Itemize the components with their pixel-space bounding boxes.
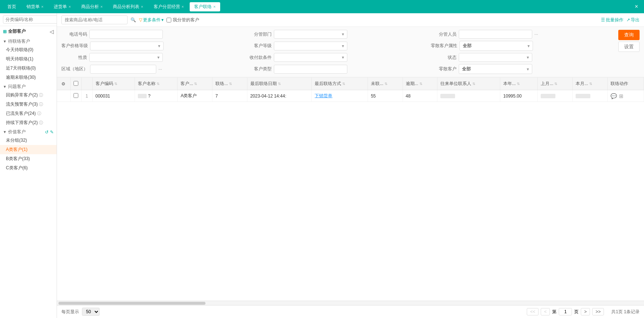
payment-label: 收付款条件: [246, 54, 272, 61]
nav-home[interactable]: 首页: [3, 2, 21, 11]
customer-grade-select[interactable]: ▾: [274, 42, 347, 50]
table-this-month-header[interactable]: 本月... ⇅: [573, 78, 608, 90]
filter-field-customer-grade: 客户等级 ▾: [246, 42, 427, 50]
retail-attr-select[interactable]: 全部 ▾: [459, 41, 533, 51]
row-grade: A类客户: [178, 90, 212, 102]
region-input[interactable]: [90, 65, 156, 74]
edit-icon[interactable]: ✎: [50, 130, 54, 135]
nature-select[interactable]: ▾: [89, 53, 163, 62]
sidebar-search-input[interactable]: [3, 15, 57, 24]
close-purchase-order-icon[interactable]: ×: [68, 4, 71, 9]
horizontal-scrollbar[interactable]: [57, 301, 644, 305]
table-last-month-header[interactable]: 上月... ⇅: [538, 78, 573, 90]
table-year-amt-header[interactable]: 本年... ⇅: [500, 78, 538, 90]
my-customers-checkbox[interactable]: [167, 18, 171, 22]
table-contact-header[interactable]: 联络... ⇅: [212, 78, 247, 90]
sidebar-item-class-c[interactable]: C类客户(6): [0, 163, 57, 173]
sidebar-item-churned[interactable]: 已流失客户(24) ⓘ: [0, 109, 57, 118]
batch-operations-button[interactable]: ☰ 批量操作: [601, 17, 623, 23]
sidebar-item-declining[interactable]: 持续下滑客户(2) ⓘ: [0, 118, 57, 127]
table-name-header[interactable]: 客户名称 ⇅: [135, 78, 178, 90]
sidebar-group-pending[interactable]: ▼ 待联络客户: [0, 37, 57, 45]
price-grade-select[interactable]: ▾: [90, 42, 164, 50]
action-chat-icon[interactable]: 💬: [611, 93, 617, 99]
row-last-method[interactable]: 下销货单: [312, 90, 368, 102]
table-grade-header[interactable]: 客户... ⇅: [178, 78, 212, 90]
phone-input[interactable]: [89, 30, 163, 39]
nav-customer-tier[interactable]: 客户分层经营 ×: [149, 2, 188, 11]
page-number-input[interactable]: [559, 308, 572, 315]
sidebar-item-churn-warning[interactable]: 流失预警客户(3) ⓘ: [0, 100, 57, 109]
select-all-checkbox[interactable]: [74, 81, 78, 86]
sidebar-collapse-button[interactable]: ◁: [50, 29, 54, 35]
main-layout: 🔍 ⊞ 全部客户 ◁ ▼ 待联络客户 今天待联络(0) 明天待联络(1) 近7天…: [0, 13, 644, 318]
sidebar-item-overdue[interactable]: 逾期未联络(30): [0, 73, 57, 82]
sidebar-group-value[interactable]: ▼ 价值客户 ↺ ✎: [0, 127, 57, 136]
nav-sales-order[interactable]: 销货单 ×: [22, 2, 48, 11]
page-size-select[interactable]: 50: [82, 308, 100, 316]
refresh-icon[interactable]: ↺: [45, 130, 49, 135]
prev-page-button[interactable]: <: [541, 308, 550, 315]
nav-product-analysis-list[interactable]: 商品分析列表 ×: [108, 2, 147, 11]
table-overdue-header[interactable]: 逾期... ⇅: [402, 78, 437, 90]
row-checkbox[interactable]: [74, 93, 78, 98]
sidebar-item-7days[interactable]: 近7天待联络(0): [0, 64, 57, 73]
sidebar: 🔍 ⊞ 全部客户 ◁ ▼ 待联络客户 今天待联络(0) 明天待联络(1) 近7天…: [0, 13, 57, 318]
first-page-button[interactable]: <<: [527, 308, 539, 315]
phone-label: 电话号码: [61, 31, 87, 38]
dept-select[interactable]: ▾: [274, 30, 347, 39]
customer-type-input[interactable]: [274, 65, 347, 74]
close-sales-order-icon[interactable]: ×: [41, 4, 43, 9]
close-product-analysis-icon[interactable]: ×: [100, 4, 103, 9]
sidebar-group-problem[interactable]: ▼ 问题客户: [0, 82, 57, 91]
region-more-icon[interactable]: ···: [158, 67, 162, 72]
filter-field-nature: 性质 ▾: [61, 53, 243, 62]
sidebar-all-customers[interactable]: ⊞ 全部客户 ◁: [0, 26, 57, 37]
manager-input[interactable]: [459, 30, 532, 39]
my-customers-checkbox-label[interactable]: 我分管的客户: [167, 17, 199, 23]
filter-search-button[interactable]: 🔍: [130, 17, 136, 22]
table-last-method-header[interactable]: 最后联络方式 ⇅: [312, 78, 368, 90]
table-settings-header[interactable]: ⚙: [57, 78, 70, 90]
info-icon-3: ⓘ: [37, 111, 41, 116]
retail-customer-select[interactable]: 全部 ▾: [459, 64, 532, 74]
table-last-date-header[interactable]: 最后联络日期 ⇅: [247, 78, 312, 90]
sidebar-item-today[interactable]: 今天待联络(0): [0, 45, 57, 54]
nav-purchase-order[interactable]: 进货单 ×: [49, 2, 75, 11]
sidebar-item-class-a[interactable]: A类客户(1): [0, 145, 57, 154]
table-contact2-header[interactable]: 往来单位联系人 ⇅: [437, 78, 500, 90]
query-button[interactable]: 查询: [618, 30, 640, 40]
sidebar-item-class-b[interactable]: B类客户(33): [0, 154, 57, 163]
scroll-thumb[interactable]: [58, 302, 205, 305]
payment-select[interactable]: ▾: [274, 53, 347, 62]
sidebar-item-tomorrow[interactable]: 明天待联络(1): [0, 54, 57, 64]
row-last-date: 2023-04-12 14:44:: [247, 90, 312, 102]
nav-customer-contact[interactable]: 客户联络 ×: [190, 2, 220, 11]
filter-settings-button[interactable]: 设置: [618, 42, 640, 52]
last-page-button[interactable]: >>: [592, 308, 604, 315]
sidebar-item-unclassified[interactable]: 未分组(32): [0, 136, 57, 145]
last-method-sort-icon: ⇅: [342, 82, 345, 86]
close-product-analysis-list-icon[interactable]: ×: [141, 4, 143, 9]
table-code-header[interactable]: 客户编码 ⇅: [92, 78, 135, 90]
next-page-button[interactable]: >: [581, 308, 590, 315]
status-select[interactable]: ▾: [459, 53, 532, 62]
close-customer-contact-icon[interactable]: ×: [213, 4, 215, 9]
price-grade-label: 客户价格等级: [61, 43, 88, 49]
export-button[interactable]: ↗ 导出: [626, 17, 640, 23]
settings-gear-icon[interactable]: ⚙: [61, 81, 65, 86]
table-uncontact-header[interactable]: 未联... ⇅: [368, 78, 402, 90]
nav-product-analysis[interactable]: 商品分析 ×: [77, 2, 107, 11]
manager-more-icon[interactable]: ···: [534, 32, 538, 37]
close-customer-tier-icon[interactable]: ×: [182, 4, 184, 9]
sidebar-item-abnormal-repurchase[interactable]: 回购异常客户(2) ⓘ: [0, 91, 57, 100]
table-select-all-header[interactable]: [70, 78, 81, 90]
window-close-button[interactable]: ×: [632, 2, 641, 11]
row-checkbox-cell[interactable]: [70, 90, 81, 102]
action-more-icon[interactable]: ⊞: [619, 93, 623, 99]
more-conditions-button[interactable]: ▽ 更多条件 ▾: [139, 17, 164, 23]
info-icon-4: ⓘ: [39, 120, 43, 125]
filter-search-input[interactable]: [61, 15, 128, 24]
row-year-amt: 10995.00: [500, 90, 538, 102]
filter-field-retail-attr: 零散客户属性 全部 ▾: [431, 41, 612, 51]
